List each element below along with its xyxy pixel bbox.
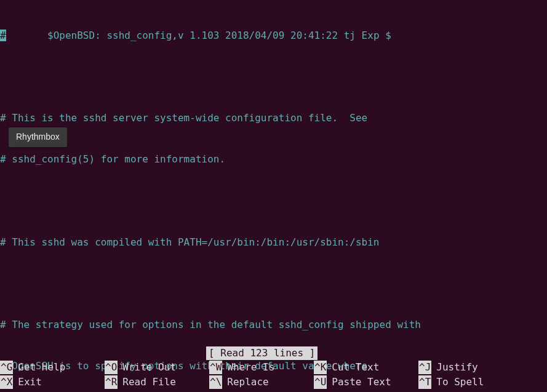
shortcut-where-is[interactable]: ^W Where Is <box>209 360 314 375</box>
shortcut-key: ^R <box>105 375 118 389</box>
shortcut-label: Where Is <box>227 361 274 374</box>
file-line: # This sshd was compiled with PATH=/usr/… <box>0 236 547 249</box>
shortcut-key: ^O <box>105 361 118 374</box>
shortcut-key: ^G <box>0 361 13 374</box>
shortcut-justify[interactable]: ^J Justify <box>418 360 523 375</box>
shortcut-label: Exit <box>18 375 42 389</box>
shortcut-write-out[interactable]: ^O Write Out <box>105 360 209 375</box>
file-line <box>0 194 547 207</box>
file-line <box>0 70 547 84</box>
status-message: [ Read 123 lines ] <box>206 346 317 360</box>
shortcut-key: ^U <box>314 375 327 389</box>
shortcut-read-file[interactable]: ^R Read File <box>105 375 209 390</box>
shortcut-replace[interactable]: ^\ Replace <box>209 375 314 390</box>
shortcut-label: Get Help <box>18 361 65 374</box>
shortcut-cut-text[interactable]: ^K Cut Text <box>314 360 418 375</box>
shortcut-bar: ^G Get Help ^O Write Out ^W Where Is ^K … <box>0 360 547 390</box>
shortcut-label: Cut Text <box>332 361 379 374</box>
shortcut-key: ^T <box>418 375 431 389</box>
shortcut-key: ^\ <box>209 375 222 389</box>
shortcut-row-2: ^X Exit ^R Read File ^\ Replace ^U Paste… <box>0 375 547 390</box>
shortcut-key: ^J <box>418 361 431 374</box>
shortcut-label: Write Out <box>122 361 176 374</box>
file-line <box>0 277 547 290</box>
shortcut-label: To Spell <box>436 375 484 389</box>
shortcut-key: ^K <box>314 361 327 374</box>
shortcut-get-help[interactable]: ^G Get Help <box>0 360 105 375</box>
cursor: # <box>0 30 6 41</box>
shortcut-label: Read File <box>122 375 176 389</box>
shortcut-key: ^W <box>209 361 222 374</box>
editor-content[interactable]: # $OpenBSD: sshd_config,v 1.103 2018/04/… <box>0 0 547 392</box>
file-line: # The strategy used for options in the d… <box>0 318 547 332</box>
file-line: # This is the sshd server system-wide co… <box>0 111 547 125</box>
shortcut-row-1: ^G Get Help ^O Write Out ^W Where Is ^K … <box>0 360 547 375</box>
shortcut-label: Paste Text <box>332 375 391 389</box>
file-line: # sshd_config(5) for more information. <box>0 153 547 166</box>
shortcut-label: Justify <box>436 361 477 374</box>
shortcut-label: Replace <box>227 375 268 389</box>
shortcut-to-spell[interactable]: ^T To Spell <box>418 375 523 390</box>
tooltip: Rhythmbox <box>9 127 67 147</box>
file-line-0: # $OpenBSD: sshd_config,v 1.103 2018/04/… <box>0 29 547 42</box>
shortcut-paste-text[interactable]: ^U Paste Text <box>314 375 418 390</box>
shortcut-exit[interactable]: ^X Exit <box>0 375 105 390</box>
shortcut-key: ^X <box>0 375 13 389</box>
